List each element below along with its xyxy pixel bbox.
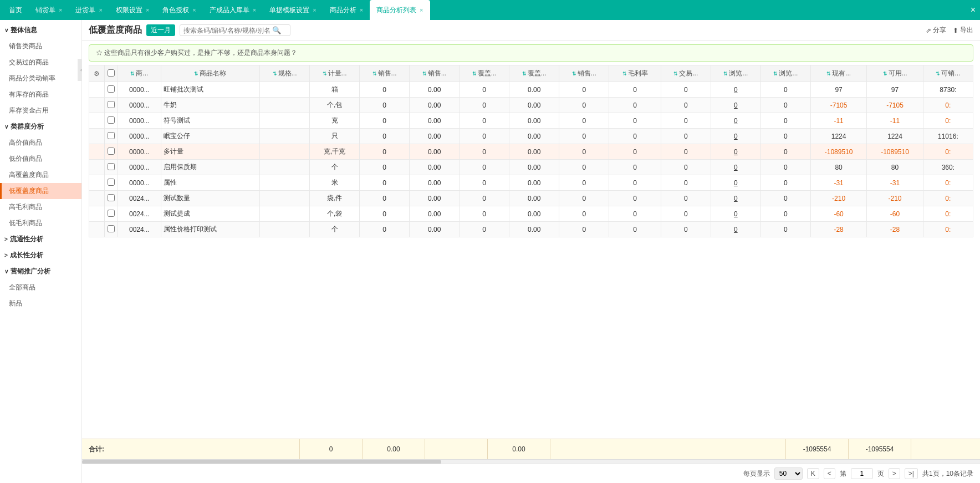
stock1-col-header[interactable]: ⇅现有... <box>810 65 866 82</box>
last-page-button[interactable]: >| <box>905 468 918 479</box>
nav-tab-home[interactable]: 首页 <box>2 0 29 20</box>
checkbox-col-header[interactable] <box>105 65 118 82</box>
row-browse1[interactable]: 0 <box>711 175 760 191</box>
name-col-header[interactable]: ⇅商品名称 <box>161 65 259 82</box>
sidebar-section-marketing[interactable]: ∨ 营销推广分析 <box>0 263 81 279</box>
close-all-button[interactable]: × <box>971 5 976 15</box>
sidebar-item-all-goods[interactable]: 全部商品 <box>0 279 81 296</box>
close-icon[interactable]: × <box>146 7 149 13</box>
row-checkbox[interactable] <box>108 132 115 139</box>
prev-page-button[interactable]: < <box>824 468 835 479</box>
close-icon[interactable]: × <box>99 7 102 13</box>
search-input[interactable] <box>183 27 272 34</box>
sidebar-item-new-goods[interactable]: 新品 <box>0 296 81 312</box>
row-checkbox[interactable] <box>108 163 115 170</box>
row-checkbox[interactable] <box>108 194 115 201</box>
sales-qty-col-header[interactable]: ⇅销售... <box>360 65 410 82</box>
code-col-header[interactable]: ⇅商... <box>118 65 161 82</box>
spec-col-header[interactable]: ⇅规格... <box>259 65 309 82</box>
row-browse1[interactable]: 0 <box>711 129 760 144</box>
row-checkbox[interactable] <box>108 85 115 93</box>
row-cover2: 0.00 <box>509 160 559 175</box>
trade-col-header[interactable]: ⇅交易... <box>661 65 711 82</box>
close-icon[interactable]: × <box>192 7 196 13</box>
sidebar-collapse-button[interactable]: « <box>78 59 82 81</box>
row-checkbox[interactable] <box>108 148 115 155</box>
select-all-checkbox[interactable] <box>108 69 115 77</box>
settings-col-header[interactable]: ⚙ <box>89 65 105 82</box>
nav-tab-template[interactable]: 单据模板设置 × <box>263 0 323 20</box>
stock2-col-header[interactable]: ⇅可用... <box>867 65 923 82</box>
page-input[interactable] <box>851 468 873 479</box>
row-stock2: -210 <box>867 191 923 206</box>
export-icon: ⬆ <box>953 27 958 34</box>
row-checkbox[interactable] <box>108 116 115 124</box>
unit-col-header[interactable]: ⇅计量... <box>310 65 360 82</box>
per-page-select[interactable]: 50 100 200 <box>774 467 803 480</box>
browse1-col-header[interactable]: ⇅浏览... <box>711 65 760 82</box>
close-icon[interactable]: × <box>313 7 316 13</box>
nav-tab-production[interactable]: 产成品入库单 × <box>203 0 263 20</box>
row-browse1[interactable]: 0 <box>711 222 760 237</box>
stock3-col-header[interactable]: ⇅可销... <box>923 65 973 82</box>
sidebar-item-low-coverage[interactable]: 低覆盖度商品 <box>0 183 81 199</box>
row-browse1[interactable]: 0 <box>711 98 760 113</box>
row-settings <box>89 129 105 144</box>
nav-tab-permissions[interactable]: 权限设置 × <box>109 0 156 20</box>
first-page-button[interactable]: K <box>807 468 819 479</box>
row-browse1[interactable]: 0 <box>711 160 760 175</box>
sidebar-section-growth[interactable]: > 成长性分析 <box>0 247 81 263</box>
nav-tab-sales[interactable]: 销货单 × <box>29 0 69 20</box>
close-icon[interactable]: × <box>420 7 423 13</box>
row-checkbox[interactable] <box>108 210 115 217</box>
row-browse1[interactable]: 0 <box>711 206 760 222</box>
sidebar-item-stock-goods[interactable]: 有库存的商品 <box>0 87 81 103</box>
sales3-col-header[interactable]: ⇅销售... <box>559 65 609 82</box>
row-cover1: 0 <box>460 98 509 113</box>
sidebar: ∨ 整体信息 销售类商品 交易过的商品 商品分类动销率 有库存的商品 库存资金占… <box>0 20 82 483</box>
scroll-bar[interactable] <box>82 459 980 464</box>
close-icon[interactable]: × <box>253 7 256 13</box>
sidebar-item-traded-goods[interactable]: 交易过的商品 <box>0 54 81 70</box>
sidebar-section-overall[interactable]: ∨ 整体信息 <box>0 22 81 38</box>
share-button[interactable]: ⇗ 分享 <box>926 26 946 35</box>
sidebar-item-high-margin[interactable]: 高毛利商品 <box>0 199 81 215</box>
sidebar-item-sales-goods[interactable]: 销售类商品 <box>0 38 81 54</box>
sidebar-section-flow[interactable]: > 流通性分析 <box>0 231 81 247</box>
sidebar-item-high-value[interactable]: 高价值商品 <box>0 135 81 151</box>
gross-col-header[interactable]: ⇅毛利率 <box>609 65 661 82</box>
row-browse1[interactable]: 0 <box>711 113 760 129</box>
sidebar-item-category-rate[interactable]: 商品分类动销率 <box>0 70 81 87</box>
nav-tab-purchase[interactable]: 进货单 × <box>69 0 109 20</box>
next-page-button[interactable]: > <box>889 468 900 479</box>
row-cover2: 0.00 <box>509 82 559 98</box>
row-browse1[interactable]: 0 <box>711 191 760 206</box>
row-browse1[interactable]: 0 <box>711 82 760 98</box>
sidebar-item-high-coverage[interactable]: 高覆盖度商品 <box>0 167 81 183</box>
search-icon[interactable]: 🔍 <box>272 26 281 34</box>
close-icon[interactable]: × <box>59 7 62 13</box>
row-checkbox[interactable] <box>108 225 115 232</box>
total-stock3 <box>911 439 973 459</box>
row-stock2: -60 <box>867 206 923 222</box>
row-sales-qty: 0 <box>360 144 410 160</box>
row-checkbox[interactable] <box>108 101 115 108</box>
row-code: 0000... <box>118 144 161 160</box>
nav-tab-analysis[interactable]: 商品分析 × <box>323 0 370 20</box>
period-button[interactable]: 近一月 <box>146 24 175 36</box>
row-checkbox[interactable] <box>108 179 115 186</box>
sidebar-item-low-margin[interactable]: 低毛利商品 <box>0 215 81 231</box>
export-button[interactable]: ⬆ 导出 <box>953 26 973 35</box>
nav-tab-analysis-list[interactable]: 商品分析列表 × <box>370 0 430 20</box>
sidebar-item-low-value[interactable]: 低价值商品 <box>0 151 81 167</box>
cover2-col-header[interactable]: ⇅覆盖... <box>509 65 559 82</box>
row-browse1[interactable]: 0 <box>711 144 760 160</box>
sidebar-section-group[interactable]: ∨ 类群度分析 <box>0 119 81 135</box>
row-sales-qty: 0 <box>360 222 410 237</box>
nav-tab-roles[interactable]: 角色授权 × <box>156 0 202 20</box>
browse2-col-header[interactable]: ⇅浏览... <box>760 65 810 82</box>
close-icon[interactable]: × <box>360 7 363 13</box>
cover1-col-header[interactable]: ⇅覆盖... <box>460 65 509 82</box>
sales-amt-col-header[interactable]: ⇅销售... <box>410 65 460 82</box>
sidebar-item-stock-capital[interactable]: 库存资金占用 <box>0 103 81 119</box>
